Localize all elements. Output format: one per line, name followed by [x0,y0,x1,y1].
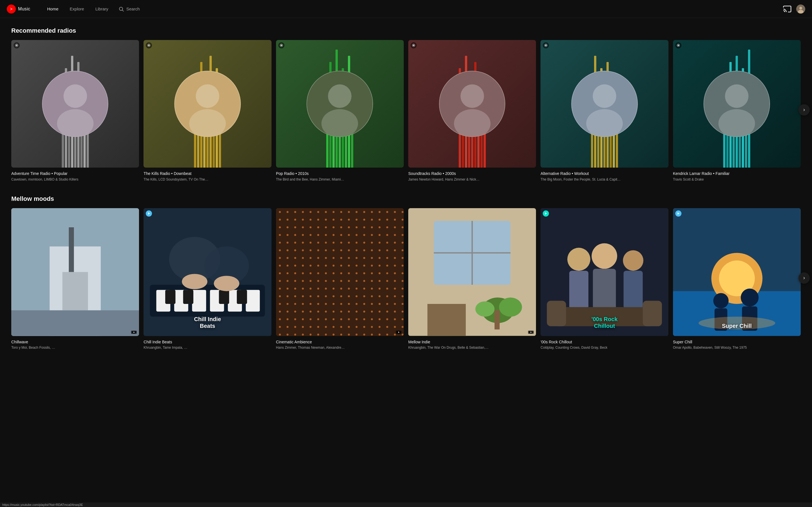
radio-icon [280,44,283,47]
artist-image [572,71,637,136]
radio-cards-wrapper: Adventure Time Radio • Popular Cavetown,… [0,40,812,182]
nav-explore[interactable]: Explore [64,0,90,18]
radio-card-the-kills-radio[interactable]: The Kills Radio • Downbeat The Kills, LC… [144,40,271,182]
svg-marker-100 [677,212,679,215]
card-subtitle: The Kills, LCD Soundsystem, TV On The… [144,177,271,182]
card-title: Chill Indie Beats [144,339,271,344]
play-icon [545,212,547,215]
svg-point-95 [713,293,728,308]
artist-image [440,71,505,136]
svg-point-37 [718,109,755,136]
card-subtitle: Hans Zimmer, Thomas Newman, Alexandre… [276,345,404,350]
mellow-cards-row: Chillwave Toro y Moi, Beach Fossils, … [11,208,801,350]
svg-point-18 [148,45,150,46]
svg-point-16 [196,84,219,108]
nav-home[interactable]: Home [42,0,64,18]
card-title: '00s Rock Chillout [541,339,668,344]
mellow-next-button[interactable]: › [799,272,810,284]
svg-rect-86 [624,271,643,309]
radio-cards-row: Adventure Time Radio • Popular Cavetown,… [11,40,801,182]
svg-point-77 [475,301,495,317]
radio-icon [15,44,18,47]
search-area[interactable]: Search [114,6,144,12]
radio-next-button[interactable]: › [799,104,810,115]
radio-card-alternative-radio[interactable]: Alternative Radio • Workout The Big Moon… [541,40,668,182]
svg-rect-43 [11,311,139,336]
cast-icon[interactable] [783,4,792,13]
active-badge [675,210,681,217]
svg-marker-90 [545,212,547,215]
yt-icon [132,331,136,334]
mellow-card-00s-rock-chillout[interactable]: '00s RockChillout '00s Rock Chillout Col… [541,208,668,350]
card-title: Soundtracks Radio • 2000s [408,171,536,176]
artist-image [43,71,108,136]
artist-image [307,71,372,136]
svg-rect-84 [593,269,616,311]
section-title-radios: Recommended radios [11,27,76,34]
radio-badge [543,42,549,48]
svg-point-62 [214,276,240,291]
header: Music Home Explore Library Search [0,0,812,18]
card-subtitle: Cavetown, mxmtoon, LIMBO & Studio Killer… [11,177,139,182]
svg-point-27 [454,109,491,136]
search-label: Search [126,6,140,11]
mellow-card-mellow-indie[interactable]: Mellow Indie Khruangbin, The War On Drug… [408,208,536,350]
svg-point-61 [182,274,207,289]
radio-icon [677,44,680,47]
card-thumb [408,208,536,336]
logo-link[interactable]: Music [7,4,30,13]
svg-point-33 [545,45,547,46]
card-title: Super Chill [673,339,801,344]
youtube-badge [396,331,402,334]
card-title: Cinematic Ambience [276,339,404,344]
avatar-img [796,4,805,13]
svg-point-36 [725,84,749,108]
mellow-card-chillwave[interactable]: Chillwave Toro y Moi, Beach Fossils, … [11,208,139,350]
nav-library[interactable]: Library [90,0,114,18]
card-subtitle: The Bird and the Bee, Hans Zimmer, Miami… [276,177,404,182]
svg-point-23 [281,45,282,46]
svg-rect-73 [427,304,466,336]
card-thumb [408,40,536,168]
mellow-card-super-chill[interactable]: Super Chill Super Chill Omar Apollo, Bab… [673,208,801,350]
card-subtitle: Khruangbin, Tame Impala, … [144,345,271,350]
radio-card-pop-radio-2010s[interactable]: Pop Radio • 2010s The Bird and the Bee, … [276,40,404,182]
svg-point-85 [623,250,644,271]
radio-icon [412,44,415,47]
section-title-mellow: Mellow moods [11,195,54,203]
svg-point-97 [741,289,758,306]
card-thumb: '00s RockChillout [541,208,668,336]
mellow-cards-wrapper: Chillwave Toro y Moi, Beach Fossils, … [0,208,812,350]
svg-point-11 [63,84,87,108]
svg-marker-63 [148,212,150,215]
mellow-card-cinematic-ambience[interactable]: Cinematic Ambience Hans Zimmer, Thomas N… [276,208,404,350]
svg-point-28 [413,45,414,46]
svg-point-31 [593,84,616,108]
radio-badge [146,42,152,48]
svg-point-83 [592,243,617,269]
card-title: The Kills Radio • Downbeat [144,171,271,176]
svg-point-13 [16,45,17,46]
mellow-card-chill-indie-beats[interactable]: Chill IndieBeats Chill Indie Beats Khrua… [144,208,271,350]
radio-badge [278,42,285,48]
svg-rect-58 [237,290,247,304]
svg-rect-54 [246,290,260,312]
radio-card-kendrick-lamar-radio[interactable]: Kendrick Lamar Radio • Familiar Travis S… [673,40,801,182]
super-chill-art [673,208,801,336]
svg-rect-57 [219,290,229,304]
svg-rect-44 [69,227,74,272]
card-subtitle: James Newton Howard, Hans Zimmer & Nick… [408,177,536,182]
overlay-text: Super Chill [673,320,801,332]
radio-card-soundtracks-radio[interactable]: Soundtracks Radio • 2000s James Newton H… [408,40,536,182]
card-thumb: Chill IndieBeats [144,208,271,336]
main-nav: Home Explore Library Search [42,0,783,18]
chillwave-art [11,208,139,336]
svg-point-17 [189,109,226,136]
svg-point-12 [57,109,94,136]
card-thumb [276,208,404,336]
radio-card-adventure-time-radio[interactable]: Adventure Time Radio • Popular Cavetown,… [11,40,139,182]
svg-rect-51 [192,290,206,312]
cinematic-art [276,208,404,336]
user-avatar[interactable] [796,4,805,13]
yt-icon [397,331,400,334]
